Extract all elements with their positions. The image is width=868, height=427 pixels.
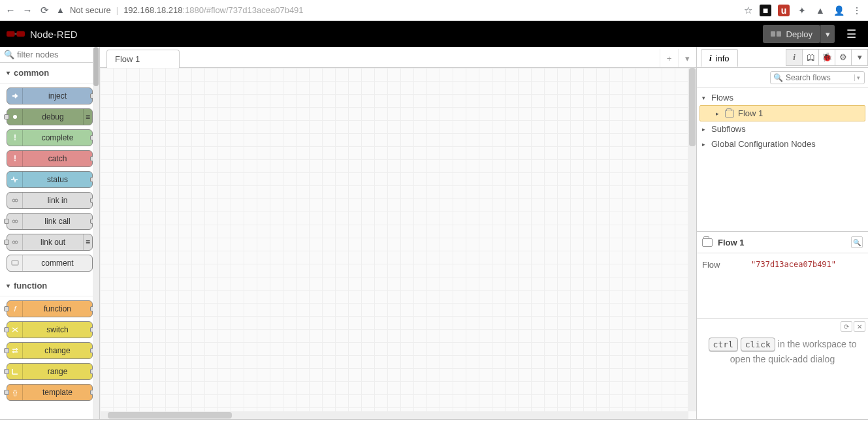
palette-node-range[interactable]: range xyxy=(7,363,93,380)
tab-menu-button[interactable]: ▾ xyxy=(678,49,696,67)
browser-toolbar: ← → ⟳ ▲ Not secure | 192.168.18.218:1880… xyxy=(0,0,868,21)
range-icon xyxy=(7,364,23,379)
palette-filter[interactable]: 🔍 xyxy=(0,47,99,63)
deploy-caret[interactable]: ▾ xyxy=(820,25,835,43)
tip-refresh-button[interactable]: ⟳ xyxy=(841,321,852,332)
svg-point-8 xyxy=(12,199,15,202)
sidebar-search-input[interactable] xyxy=(786,73,852,82)
sidebar-tree: ▾Flows ▸Flow 1 ▸Subflows ▸Global Configu… xyxy=(697,88,868,232)
tab-flow-1[interactable]: Flow 1 xyxy=(106,50,180,68)
svg-point-13 xyxy=(15,241,18,244)
address-bar[interactable]: ▲ Not secure | 192.168.18.218:1880/#flow… xyxy=(56,5,736,15)
search-icon: 🔍 xyxy=(773,73,783,82)
canvas-vscroll[interactable] xyxy=(688,68,696,411)
forward-button[interactable]: → xyxy=(22,5,33,16)
palette-node-link-out[interactable]: link out≡ xyxy=(7,234,93,251)
comment-icon xyxy=(7,255,23,271)
tree-subflows[interactable]: ▸Subflows xyxy=(697,121,868,136)
palette-category-common[interactable]: ▾common xyxy=(0,63,99,84)
extensions-icon[interactable]: ✦ xyxy=(796,5,808,16)
palette-node-complete[interactable]: !complete xyxy=(7,129,93,146)
detail-search-button[interactable]: 🔍 xyxy=(851,236,863,248)
palette-node-link-call[interactable]: link call xyxy=(7,213,93,230)
sidebar-tip: ⟳ ✕ ctrl click in the workspace to open … xyxy=(697,319,868,419)
not-secure-label: Not secure xyxy=(70,5,111,15)
profile-icon[interactable]: 👤 xyxy=(833,5,844,16)
canvas-hscroll[interactable] xyxy=(100,411,688,419)
sidebar-btn-help[interactable]: 🕮 xyxy=(802,49,819,66)
palette-node-comment[interactable]: comment xyxy=(7,255,93,272)
reload-button[interactable]: ⟳ xyxy=(39,5,50,16)
link-icon xyxy=(7,193,23,208)
deploy-button[interactable]: Deploy xyxy=(763,25,820,43)
url-text: 192.168.18.218:1880/#flow/737d13acea07b4… xyxy=(123,5,303,15)
bang-icon: ! xyxy=(7,151,23,166)
bang-icon: ! xyxy=(7,130,23,146)
back-button[interactable]: ← xyxy=(5,5,16,16)
link-icon xyxy=(7,234,23,250)
extension-2[interactable]: ▲ xyxy=(814,5,826,16)
palette-filter-input[interactable] xyxy=(17,50,95,59)
palette-node-status[interactable]: status xyxy=(7,171,93,188)
app-title: Node-RED xyxy=(30,29,78,40)
switch-icon xyxy=(7,322,23,338)
fx-icon: f xyxy=(7,301,23,317)
svg-text:f: f xyxy=(14,305,16,313)
sidebar-detail-header: Flow 1 🔍 xyxy=(697,232,868,253)
palette: 🔍 ▾commoninjectdebug≡!complete!catchstat… xyxy=(0,47,100,419)
palette-scrollbar[interactable] xyxy=(93,47,99,419)
info-icon: i xyxy=(709,53,712,63)
change-icon xyxy=(7,343,23,358)
extension-ublock[interactable]: u xyxy=(778,5,790,16)
detail-flow-id[interactable]: "737d13acea07b491" xyxy=(751,260,836,270)
svg-text:!: ! xyxy=(14,133,16,142)
svg-rect-0 xyxy=(7,31,15,37)
tree-flows[interactable]: ▾Flows xyxy=(697,90,868,105)
detail-key-flow: Flow xyxy=(702,260,751,270)
tree-global-config[interactable]: ▸Global Configuration Nodes xyxy=(697,136,868,151)
footer-bar xyxy=(0,419,868,427)
palette-node-debug[interactable]: debug≡ xyxy=(7,108,93,125)
palette-node-template[interactable]: {}template xyxy=(7,384,93,401)
workspace: Flow 1 + ▾ xyxy=(100,47,697,419)
flow-icon xyxy=(702,238,713,247)
flow-icon xyxy=(725,110,734,118)
arrow-icon xyxy=(7,88,23,104)
sidebar-search-caret[interactable]: ▾ xyxy=(854,74,861,81)
link-icon xyxy=(7,214,23,229)
sidebar-btn-more[interactable]: ▾ xyxy=(851,49,868,66)
sidebar-tab-info[interactable]: i info xyxy=(701,49,738,67)
extension-1[interactable]: ■ xyxy=(760,5,771,16)
sidebar-btn-config[interactable]: ⚙ xyxy=(835,49,852,66)
workspace-tabs: Flow 1 + ▾ xyxy=(100,47,696,68)
app-header: Node-RED Deploy ▾ ☰ xyxy=(0,21,868,47)
detail-title: Flow 1 xyxy=(718,238,846,247)
palette-list: ▾commoninjectdebug≡!complete!catchstatus… xyxy=(0,63,99,419)
sidebar-btn-info[interactable]: i xyxy=(786,49,803,66)
sidebar-detail-body: Flow "737d13acea07b491" xyxy=(697,253,868,319)
kbd-click: click xyxy=(741,338,775,351)
add-tab-button[interactable]: + xyxy=(660,49,678,67)
palette-node-catch[interactable]: !catch xyxy=(7,150,93,167)
bug-icon xyxy=(7,109,23,125)
palette-node-inject[interactable]: inject xyxy=(7,87,93,104)
main-menu-button[interactable]: ☰ xyxy=(841,27,861,41)
tree-flow-1[interactable]: ▸Flow 1 xyxy=(699,105,865,121)
svg-point-5 xyxy=(13,115,17,119)
pulse-icon xyxy=(7,172,23,187)
kbd-ctrl: ctrl xyxy=(709,338,738,351)
palette-category-function[interactable]: ▾function xyxy=(0,276,99,296)
tip-close-button[interactable]: ✕ xyxy=(854,321,865,332)
svg-text:!: ! xyxy=(14,154,16,163)
tpl-icon: {} xyxy=(7,385,23,400)
canvas[interactable] xyxy=(100,68,696,419)
palette-node-function[interactable]: ffunction xyxy=(7,300,93,317)
palette-node-change[interactable]: change xyxy=(7,342,93,359)
palette-node-switch[interactable]: switch xyxy=(7,321,93,338)
svg-point-10 xyxy=(12,220,15,223)
chrome-menu-icon[interactable]: ⋮ xyxy=(851,5,863,16)
sidebar-btn-debug[interactable]: 🐞 xyxy=(818,49,835,66)
palette-node-link-in[interactable]: link in xyxy=(7,192,93,209)
star-icon[interactable]: ☆ xyxy=(743,5,753,16)
sidebar-search[interactable]: 🔍 ▾ xyxy=(770,71,865,84)
